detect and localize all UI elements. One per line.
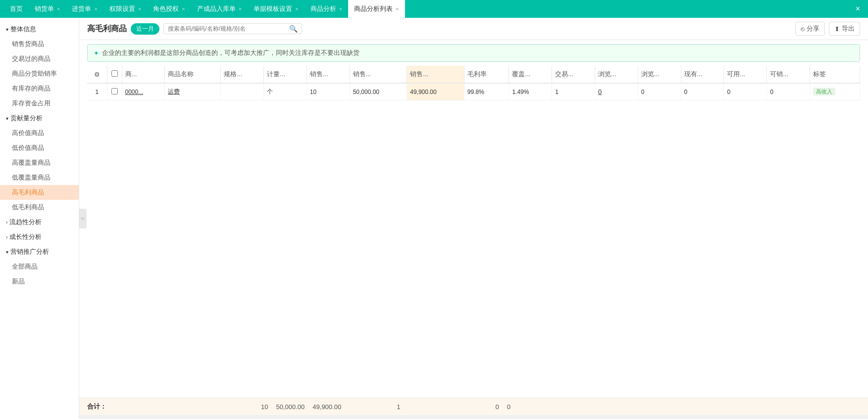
close-icon[interactable]: × — [339, 6, 342, 12]
tab-permission[interactable]: 权限设置 × — [103, 0, 147, 18]
col-header-available[interactable]: ⋮ 可用... — [724, 66, 767, 83]
close-icon[interactable]: × — [295, 6, 298, 12]
cell-browse1: 0 — [595, 83, 638, 100]
col-resize-handle: ⋮ — [552, 72, 557, 77]
sidebar-collapse-button[interactable]: ‹‹ — [79, 209, 87, 229]
footer-sale-amount: 50,000.00 — [276, 403, 305, 411]
sidebar-item-sales-goods[interactable]: 销售货商品 — [0, 37, 79, 51]
close-all-button[interactable]: × — [852, 4, 864, 13]
col-resize-handle: ⋮ — [165, 72, 170, 77]
footer-transaction: 1 — [397, 403, 400, 411]
sidebar-group-overall[interactable]: ▾ 整体信息 — [0, 22, 79, 37]
tab-sales[interactable]: 销货单 × — [29, 0, 66, 18]
filter-recent-month-button[interactable]: 近一月 — [131, 23, 159, 35]
col-header-name[interactable]: ⋮ 商品名称 — [165, 66, 221, 83]
settings-icon[interactable]: ⚙ — [94, 71, 100, 78]
export-button[interactable]: ⬆ 导出 — [829, 22, 860, 36]
content-footer: 合计： 10 50,000.00 49,900.00 1 0 0 — [79, 398, 868, 415]
col-header-gross-rate[interactable]: ⋮ 毛利率 — [464, 66, 509, 83]
sidebar-item-low-coverage[interactable]: 低覆盖量商品 — [0, 170, 79, 185]
page-title: 高毛利商品 — [87, 24, 127, 34]
sidebar-item-high-coverage[interactable]: 高覆盖量商品 — [0, 155, 79, 170]
info-icon: ✦ — [94, 49, 99, 57]
col-header-unit[interactable]: ⋮ 计量... — [264, 66, 307, 83]
col-resize-handle: ⋮ — [509, 72, 514, 77]
sidebar-item-high-margin[interactable]: 高毛利商品 — [0, 185, 79, 200]
col-header-browse1[interactable]: ⋮ 浏览... — [595, 66, 638, 83]
sidebar-item-low-margin[interactable]: 低毛利商品 — [0, 200, 79, 215]
tab-purchase[interactable]: 进货单 × — [66, 0, 103, 18]
col-resize-handle: ⋮ — [407, 72, 412, 77]
footer-label: 合计： — [87, 402, 106, 411]
sidebar-group-trend[interactable]: › 流趋性分析 — [0, 215, 79, 230]
sidebar-item-traded-goods[interactable]: 交易过的商品 — [0, 51, 79, 66]
sidebar-group-contribution[interactable]: ▾ 贡献量分析 — [0, 111, 79, 126]
col-header-sale-qty[interactable]: ⋮ 销售... — [306, 66, 350, 83]
col-header-code[interactable]: ⋮ 商... — [122, 66, 165, 83]
sidebar-item-new-goods[interactable]: 新品 — [0, 274, 79, 289]
search-input[interactable] — [168, 25, 289, 32]
col-resize-handle: ⋮ — [264, 72, 269, 77]
top-navigation: 首页 销货单 × 进货单 × 权限设置 × 角色授权 × 产成品入库单 × 单据… — [0, 0, 868, 18]
row-checkbox[interactable] — [111, 88, 118, 94]
col-header-sale-amount[interactable]: ⋮ 销售... — [350, 66, 407, 83]
tab-product-in[interactable]: 产成品入库单 × — [191, 0, 248, 18]
col-header-transaction[interactable]: ⋮ 交易... — [552, 66, 595, 83]
col-header-coverage[interactable]: ⋮ 覆盖... — [509, 66, 552, 83]
cell-code[interactable]: 0000... — [122, 83, 165, 100]
search-box: 🔍 — [163, 23, 302, 34]
col-resize-handle: ⋮ — [122, 72, 127, 77]
col-header-sale-cost[interactable]: ⋮ 销售... — [407, 66, 464, 83]
tab-analysis-list[interactable]: 商品分析列表 × — [348, 0, 405, 18]
browse1-link[interactable]: 0 — [598, 88, 602, 95]
sidebar-item-stock-goods[interactable]: 有库存的商品 — [0, 81, 79, 96]
sidebar-group-growth[interactable]: › 成长性分析 — [0, 230, 79, 244]
cell-tag: 高收入 — [810, 83, 860, 100]
col-header-saleable[interactable]: ⋮ 可销... — [767, 66, 810, 83]
close-icon[interactable]: × — [57, 6, 60, 12]
select-all-checkbox[interactable] — [111, 70, 118, 77]
footer-current: 0 — [495, 403, 499, 411]
col-header-tag[interactable]: ⋮ 标签 — [810, 66, 860, 83]
tab-template[interactable]: 单据模板设置 × — [248, 0, 304, 18]
col-resize-handle: ⋮ — [724, 72, 729, 77]
chevron-down-icon: ▾ — [6, 116, 8, 121]
sidebar-item-high-value[interactable]: 高价值商品 — [0, 126, 79, 140]
cell-name[interactable]: 运费 — [165, 83, 221, 100]
close-icon[interactable]: × — [94, 6, 97, 12]
horizontal-scrollbar[interactable] — [79, 415, 868, 419]
close-icon[interactable]: × — [182, 6, 185, 12]
chevron-down-icon: ▾ — [6, 249, 8, 255]
col-header-browse2[interactable]: ⋮ 浏览... — [638, 66, 681, 83]
chevron-down-icon: ▾ — [6, 27, 8, 32]
cell-transaction: 1 — [552, 83, 595, 100]
col-header-checkbox — [107, 66, 122, 83]
sidebar-item-stock-capital[interactable]: 库存资金占用 — [0, 96, 79, 111]
close-icon[interactable]: × — [396, 6, 399, 12]
tab-analysis[interactable]: 商品分析 × — [305, 0, 348, 18]
tab-role[interactable]: 角色授权 × — [147, 0, 191, 18]
content-area: ‹‹ 高毛利商品 近一月 🔍 ⎋ 分享 ⬆ 导出 ✦ 企业的主要的利润都是这部分… — [79, 18, 868, 419]
data-table: ⚙ ⋮ 商... ⋮ 商品名称 — [87, 66, 860, 100]
table-row: 1 0000... 运费 个 10 50,000.00 49,900.00 99… — [87, 83, 860, 100]
tag-badge: 高收入 — [813, 88, 835, 95]
cell-checkbox — [107, 83, 122, 100]
close-icon[interactable]: × — [138, 6, 141, 12]
col-header-spec[interactable]: ⋮ 规格... — [221, 66, 264, 83]
sidebar-group-marketing[interactable]: ▾ 营销推广分析 — [0, 244, 79, 259]
cell-index: 1 — [87, 83, 107, 100]
col-header-current[interactable]: ⋮ 现有... — [681, 66, 724, 83]
close-icon[interactable]: × — [239, 6, 242, 12]
sidebar-item-all-goods[interactable]: 全部商品 — [0, 259, 79, 274]
table-container: ⚙ ⋮ 商... ⋮ 商品名称 — [79, 66, 868, 398]
share-button[interactable]: ⎋ 分享 — [795, 22, 825, 36]
col-resize-handle: ⋮ — [767, 72, 772, 77]
col-resize-handle: ⋮ — [307, 72, 312, 77]
search-icon[interactable]: 🔍 — [289, 25, 298, 33]
col-resize-handle: ⋮ — [681, 72, 686, 77]
sidebar-item-contribution-rate[interactable]: 商品分货助销率 — [0, 66, 79, 81]
col-resize-handle: ⋮ — [810, 72, 815, 77]
sidebar-item-low-value[interactable]: 低价值商品 — [0, 140, 79, 155]
tab-home[interactable]: 首页 — [4, 0, 29, 18]
cell-spec — [221, 83, 264, 100]
